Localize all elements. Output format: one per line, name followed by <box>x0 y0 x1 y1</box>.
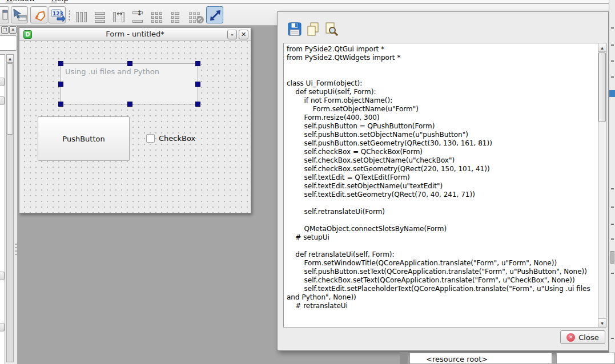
layout-horizontally-icon[interactable] <box>74 6 91 23</box>
scroll-up-icon[interactable]: ▲ <box>7 55 13 63</box>
widget-filter-input[interactable] <box>0 35 17 51</box>
selected-row-sliver <box>609 90 615 97</box>
close-button-label: Close <box>578 333 598 342</box>
code-text-area[interactable]: from PySide2.QtGui import * from PySide2… <box>283 43 606 327</box>
edit-signals-slots-icon[interactable] <box>11 6 28 23</box>
widget-category-stub[interactable] <box>0 323 5 331</box>
edit-tab-order-icon[interactable]: 123 <box>49 6 66 23</box>
form-window-titlebar[interactable]: D Form - untitled* - ✕ <box>19 28 251 41</box>
widget-category-stub[interactable] <box>0 96 5 105</box>
widget-category-stub[interactable] <box>0 78 5 86</box>
form-editor-window: D Form - untitled* - ✕ Using .ui files a… <box>19 27 251 213</box>
resource-panel-corner <box>400 352 408 364</box>
dock-splitter-handle[interactable] <box>15 242 17 257</box>
close-button[interactable]: ✕ Close <box>560 330 605 344</box>
resource-root-label: <resource root> <box>426 355 488 363</box>
selection-handle-mid-left[interactable] <box>58 82 63 87</box>
menu-window[interactable]: Window <box>6 0 35 3</box>
widget-category-stub[interactable] <box>0 272 5 280</box>
minimize-button[interactable]: - <box>227 30 237 39</box>
form-window-title: Form - untitled* <box>19 30 251 38</box>
break-layout-icon[interactable] <box>187 6 204 23</box>
layout-form-icon[interactable] <box>168 6 185 23</box>
selection-handle-mid-right[interactable] <box>195 82 200 87</box>
tab-order-123-glyph: 123 <box>53 11 63 17</box>
checkbox-label: CheckBox <box>159 134 195 143</box>
checkbox-indicator[interactable] <box>146 134 155 143</box>
layout-vertically-splitter-icon[interactable]: ↕ <box>130 6 147 23</box>
toolbar-separator <box>69 10 70 21</box>
scroll-thumb[interactable] <box>7 63 13 135</box>
selection-handle-top-right[interactable] <box>195 61 200 66</box>
scroll-up-icon[interactable]: ▲ <box>598 43 606 52</box>
menu-help[interactable]: Help <box>51 0 69 3</box>
widget-box-list[interactable] <box>0 54 5 364</box>
layout-grid-icon[interactable] <box>149 6 166 23</box>
close-button-icon: ✕ <box>566 333 575 342</box>
edit-widgets-icon[interactable] <box>0 6 9 23</box>
adjust-size-icon[interactable] <box>206 6 223 23</box>
find-icon[interactable] <box>324 22 339 37</box>
selection-handle-bottom-center[interactable] <box>127 102 132 107</box>
selection-handle-bottom-right[interactable] <box>195 102 200 107</box>
widget-box-scrollbar[interactable]: ▲ <box>6 54 14 362</box>
code-scrollbar[interactable]: ▲ ▼ <box>598 43 606 327</box>
save-icon[interactable] <box>287 22 302 37</box>
code-preview-dialog: from PySide2.QtGui import * from PySide2… <box>277 11 609 351</box>
form-canvas[interactable]: Using .ui files and Python PushButton Ch… <box>19 41 251 213</box>
selection-handle-bottom-left[interactable] <box>58 102 63 107</box>
scroll-down-icon[interactable]: ▼ <box>598 318 606 327</box>
close-window-button[interactable]: ✕ <box>239 30 248 39</box>
resource-tree[interactable]: <resource root> <box>409 353 552 364</box>
textedit-widget[interactable]: Using .ui files and Python <box>61 63 198 104</box>
right-dock-sliver <box>609 0 615 364</box>
selection-handle-top-left[interactable] <box>58 61 63 66</box>
dock-close-icon[interactable]: ✕ <box>9 26 17 34</box>
widget-box-dock: ❐ ✕ ▲ <box>0 26 17 364</box>
scroll-thumb[interactable] <box>598 52 606 122</box>
generated-code[interactable]: from PySide2.QtGui import * from PySide2… <box>284 43 598 327</box>
pushbutton-widget[interactable]: PushButton <box>38 116 130 161</box>
resource-preview-pane <box>556 353 615 364</box>
copy-icon[interactable] <box>306 22 320 37</box>
edit-buddies-icon[interactable] <box>30 6 47 23</box>
dock-float-icon[interactable]: ❐ <box>1 26 9 34</box>
checkbox-widget[interactable]: CheckBox <box>146 134 195 143</box>
layout-vertically-icon[interactable] <box>93 6 110 23</box>
qt-designer-screen: Window Help 123 ↔ ↕ <box>0 0 615 364</box>
selection-handle-top-center[interactable] <box>127 61 132 66</box>
layout-horizontally-splitter-icon[interactable]: ↔ <box>111 6 128 23</box>
menu-bar: Window Help <box>0 0 615 3</box>
textedit-placeholder: Using .ui files and Python <box>65 67 159 76</box>
